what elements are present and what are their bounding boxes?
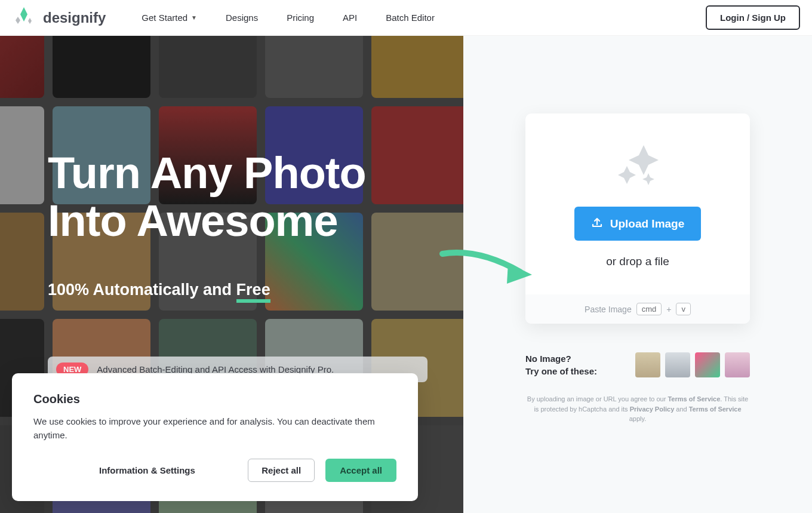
sample-thumb-1[interactable] xyxy=(635,352,660,377)
disclaimer: By uploading an image or URL you agree t… xyxy=(525,394,750,424)
cookie-info-link[interactable]: Information & Settings xyxy=(99,465,195,475)
cookie-actions: Information & Settings Reject all Accept… xyxy=(33,459,396,482)
samples-thumbs xyxy=(635,352,750,377)
upload-button-label: Upload Image xyxy=(610,217,685,231)
hero-title-line2: Into Awesome xyxy=(48,196,338,245)
cookie-text: We use cookies to improve your experienc… xyxy=(33,414,396,443)
tos-link-2[interactable]: Terms of Service xyxy=(689,406,742,413)
accept-all-button[interactable]: Accept all xyxy=(325,459,396,482)
upload-icon xyxy=(591,216,603,231)
cookie-title: Cookies xyxy=(33,392,396,406)
hero-content: Turn Any Photo Into Awesome 100% Automat… xyxy=(48,149,427,382)
nav-batch-editor[interactable]: Batch Editor xyxy=(386,13,435,23)
nav-get-started[interactable]: Get Started ▼ xyxy=(142,13,197,23)
paste-hint: Paste Image cmd + v xyxy=(525,294,750,324)
kbd-plus: + xyxy=(666,305,671,314)
login-signup-button[interactable]: Login / Sign Up xyxy=(706,5,800,30)
upload-card: Upload Image or drop a file Paste Image … xyxy=(525,113,750,324)
samples-text: No Image? Try one of these: xyxy=(525,352,597,377)
nav-pricing[interactable]: Pricing xyxy=(287,13,314,23)
samples-line2: Try one of these: xyxy=(525,365,597,377)
hero-title-line1: Turn Any Photo xyxy=(48,148,366,198)
nav-api[interactable]: API xyxy=(343,13,357,23)
hero-tagline: 100% Automatically and Free xyxy=(48,281,427,303)
kbd-cmd: cmd xyxy=(636,303,662,315)
hero-title: Turn Any Photo Into Awesome xyxy=(48,149,427,245)
upload-panel: Upload Image or drop a file Paste Image … xyxy=(463,36,812,513)
nav-get-started-label: Get Started xyxy=(142,13,187,23)
reject-all-button[interactable]: Reject all xyxy=(248,459,315,482)
tos-link-1[interactable]: Terms of Service xyxy=(668,395,720,403)
nav-designs[interactable]: Designs xyxy=(226,13,258,23)
drop-file-text: or drop a file xyxy=(549,255,726,268)
samples-line1: No Image? xyxy=(525,352,597,365)
upload-dropzone[interactable]: Upload Image or drop a file xyxy=(525,113,750,294)
sample-thumb-3[interactable] xyxy=(695,352,720,377)
header: designify Get Started ▼ Designs Pricing … xyxy=(0,0,812,36)
upload-image-button[interactable]: Upload Image xyxy=(574,207,702,241)
sample-images-row: No Image? Try one of these: xyxy=(525,352,750,377)
logo-text: designify xyxy=(43,10,106,26)
main-nav: Get Started ▼ Designs Pricing API Batch … xyxy=(142,13,706,23)
logo[interactable]: designify xyxy=(12,6,106,30)
logo-icon xyxy=(12,6,36,30)
cookie-banner: Cookies We use cookies to improve your e… xyxy=(12,373,418,502)
sample-thumb-2[interactable] xyxy=(665,352,690,377)
paste-label: Paste Image xyxy=(585,305,632,314)
chevron-down-icon: ▼ xyxy=(191,14,197,21)
kbd-v: v xyxy=(676,303,691,315)
tagline-prefix: 100% Automatically and xyxy=(48,281,236,299)
privacy-policy-link[interactable]: Privacy Policy xyxy=(630,406,675,413)
tagline-free: Free xyxy=(236,281,270,303)
sparkles-icon xyxy=(614,142,662,190)
arrow-icon xyxy=(436,242,538,292)
sample-thumb-4[interactable] xyxy=(725,352,750,377)
